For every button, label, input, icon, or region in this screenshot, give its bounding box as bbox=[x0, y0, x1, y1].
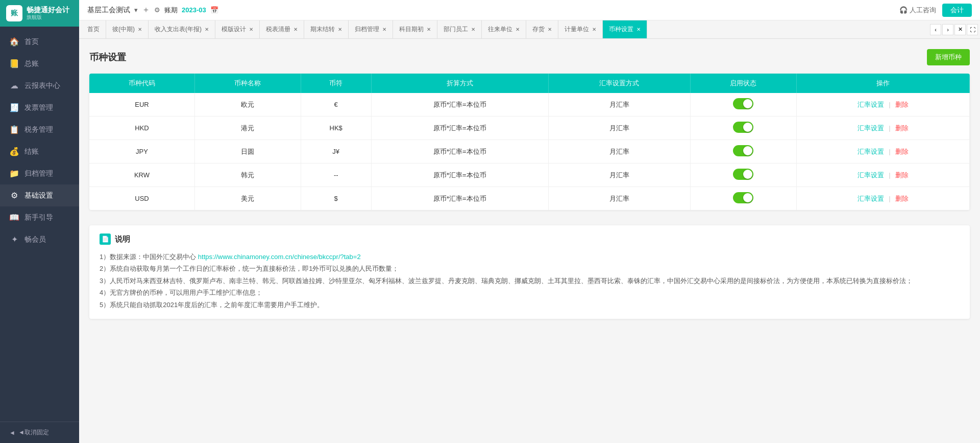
sidebar-item-label: 税务管理 bbox=[24, 125, 53, 134]
settings-icon[interactable]: ⚙ bbox=[154, 6, 160, 14]
tab-prev-button[interactable]: ‹ bbox=[930, 24, 941, 35]
sidebar-item-guide[interactable]: 📖新手引导 bbox=[0, 206, 79, 228]
support-label: 人工咨询 bbox=[910, 6, 936, 15]
toggle-thumb bbox=[743, 123, 752, 132]
tab-label: 存货 bbox=[532, 25, 545, 34]
sidebar-footer[interactable]: ◄ ◄取消固定 bbox=[0, 422, 79, 443]
notes-item: 2）系统自动获取每月第一个工作日的汇率标价，统一为直接标价法，即1外币可以兑换的… bbox=[100, 263, 960, 274]
rate-setting-link[interactable]: 汇率设置 bbox=[857, 124, 884, 132]
notes-link[interactable]: https://www.chinamoney.com.cn/chinese/bk… bbox=[198, 253, 361, 261]
new-currency-button[interactable]: 新增币种 bbox=[927, 49, 970, 65]
rate-setting-link[interactable]: 汇率设置 bbox=[857, 148, 884, 155]
tab-close-icon[interactable]: ✕ bbox=[471, 27, 475, 32]
sidebar-item-tax[interactable]: 📋税务管理 bbox=[0, 119, 79, 141]
tab-close-icon[interactable]: ✕ bbox=[205, 27, 209, 32]
tab-subjects[interactable]: 科目期初✕ bbox=[393, 20, 437, 39]
toggle-switch[interactable] bbox=[733, 145, 753, 156]
tab-archive[interactable]: 归档管理✕ bbox=[349, 20, 393, 39]
notes-icon: 📄 bbox=[100, 234, 111, 245]
tab-close-button[interactable]: ✕ bbox=[954, 24, 966, 35]
tab-close-icon[interactable]: ✕ bbox=[293, 27, 298, 32]
tab-dept[interactable]: 部门员工✕ bbox=[437, 20, 482, 39]
cell-calc: 原币*汇率=本位币 bbox=[371, 140, 548, 164]
tab-period_end[interactable]: 期末结转✕ bbox=[304, 20, 349, 39]
delete-link[interactable]: 删除 bbox=[895, 171, 909, 179]
table-header-cell: 启用状态 bbox=[690, 74, 796, 93]
delete-link[interactable]: 删除 bbox=[895, 101, 909, 108]
support-button[interactable]: 🎧 人工咨询 bbox=[899, 6, 936, 15]
tab-close-icon[interactable]: ✕ bbox=[382, 27, 386, 32]
cell-enabled bbox=[690, 164, 796, 187]
toggle-switch[interactable] bbox=[733, 192, 753, 203]
home-icon: 🏠 bbox=[9, 37, 19, 46]
delete-link[interactable]: 删除 bbox=[895, 195, 909, 202]
tab-next-button[interactable]: › bbox=[942, 24, 953, 35]
tab-close-icon[interactable]: ✕ bbox=[427, 27, 431, 32]
account-button[interactable]: 会计 bbox=[942, 4, 972, 17]
table-row: JPY日圆J¥原币*汇率=本位币月汇率 汇率设置 | 删除 bbox=[89, 140, 970, 164]
tab-close-icon[interactable]: ✕ bbox=[592, 27, 596, 32]
action-separator: | bbox=[889, 195, 890, 202]
footer-label: ◄取消固定 bbox=[18, 428, 49, 437]
sidebar-item-ledger[interactable]: 📒总账 bbox=[0, 53, 79, 75]
basic-icon: ⚙ bbox=[9, 191, 19, 200]
cell-actions: 汇率设置 | 删除 bbox=[796, 140, 969, 164]
cell-symbol: HK$ bbox=[301, 116, 371, 140]
sidebar-item-reports[interactable]: ☁云报表中心 bbox=[0, 75, 79, 97]
sidebar-item-member[interactable]: ✦畅会员 bbox=[0, 228, 79, 250]
tab-close-icon[interactable]: ✕ bbox=[636, 27, 641, 32]
topbar-left: 基层工会测试 ▾ ＋ ⚙ 账期 2023-03 📅 bbox=[87, 5, 218, 15]
action-separator: | bbox=[889, 101, 890, 108]
sidebar-item-settlement[interactable]: 💰结账 bbox=[0, 141, 79, 162]
sidebar-item-home[interactable]: 🏠首页 bbox=[0, 31, 79, 53]
notes-title-text: 说明 bbox=[115, 235, 130, 244]
tab-period[interactable]: 彼(中期)✕ bbox=[106, 20, 149, 39]
member-icon: ✦ bbox=[9, 235, 19, 244]
tab-home[interactable]: 首页 bbox=[81, 20, 106, 39]
toggle-track bbox=[733, 98, 753, 109]
cell-rate: 月汇率 bbox=[548, 187, 690, 211]
tab-tax[interactable]: 税表清册✕ bbox=[260, 20, 304, 39]
tab-currency[interactable]: 币种设置✕ bbox=[603, 20, 647, 39]
calendar-icon[interactable]: 📅 bbox=[210, 6, 218, 14]
tab-close-icon[interactable]: ✕ bbox=[548, 27, 552, 32]
tab-stock[interactable]: 存货✕ bbox=[526, 20, 558, 39]
tab-template[interactable]: 模版设计✕ bbox=[215, 20, 260, 39]
cell-code: KRW bbox=[89, 164, 195, 187]
pin-icon: ◄ bbox=[9, 429, 15, 436]
tab-income[interactable]: 收入支出表(年报)✕ bbox=[149, 20, 215, 39]
toggle-switch[interactable] bbox=[733, 169, 753, 180]
tab-close-icon[interactable]: ✕ bbox=[249, 27, 253, 32]
main-area: 基层工会测试 ▾ ＋ ⚙ 账期 2023-03 📅 🎧 人工咨询 会计 首页彼(… bbox=[79, 0, 980, 443]
sidebar-item-archive[interactable]: 📁归档管理 bbox=[0, 162, 79, 184]
rate-setting-link[interactable]: 汇率设置 bbox=[857, 195, 884, 202]
table-row: EUR欧元€原币*汇率=本位币月汇率 汇率设置 | 删除 bbox=[89, 93, 970, 116]
tab-maximize-button[interactable]: ⛶ bbox=[967, 24, 978, 35]
cell-rate: 月汇率 bbox=[548, 164, 690, 187]
delete-link[interactable]: 删除 bbox=[895, 124, 909, 132]
tab-close-icon[interactable]: ✕ bbox=[138, 27, 142, 32]
dropdown-icon[interactable]: ▾ bbox=[134, 6, 138, 14]
rate-setting-link[interactable]: 汇率设置 bbox=[857, 171, 884, 179]
cell-enabled bbox=[690, 116, 796, 140]
delete-link[interactable]: 删除 bbox=[895, 148, 909, 155]
tab-close-icon[interactable]: ✕ bbox=[338, 27, 342, 32]
sidebar-item-invoice[interactable]: 🧾发票管理 bbox=[0, 97, 79, 119]
tabs-container: 首页彼(中期)✕收入支出表(年报)✕模版设计✕税表清册✕期末结转✕归档管理✕科目… bbox=[81, 20, 930, 39]
topbar: 基层工会测试 ▾ ＋ ⚙ 账期 2023-03 📅 🎧 人工咨询 会计 bbox=[79, 0, 980, 20]
sidebar-item-basic[interactable]: ⚙基础设置 bbox=[0, 184, 79, 206]
tab-unit[interactable]: 计量单位✕ bbox=[558, 20, 603, 39]
action-separator: | bbox=[889, 148, 890, 155]
rate-setting-link[interactable]: 汇率设置 bbox=[857, 101, 884, 108]
cell-name: 欧元 bbox=[195, 93, 301, 116]
toggle-switch[interactable] bbox=[733, 98, 753, 109]
toggle-thumb bbox=[743, 193, 752, 202]
cell-name: 美元 bbox=[195, 187, 301, 211]
tab-partner[interactable]: 往来单位✕ bbox=[482, 20, 526, 39]
cell-actions: 汇率设置 | 删除 bbox=[796, 164, 969, 187]
toggle-switch[interactable] bbox=[733, 122, 753, 133]
tab-close-icon[interactable]: ✕ bbox=[516, 27, 520, 32]
add-icon[interactable]: ＋ bbox=[142, 5, 150, 15]
cell-enabled bbox=[690, 140, 796, 164]
tab-label: 归档管理 bbox=[355, 25, 379, 34]
